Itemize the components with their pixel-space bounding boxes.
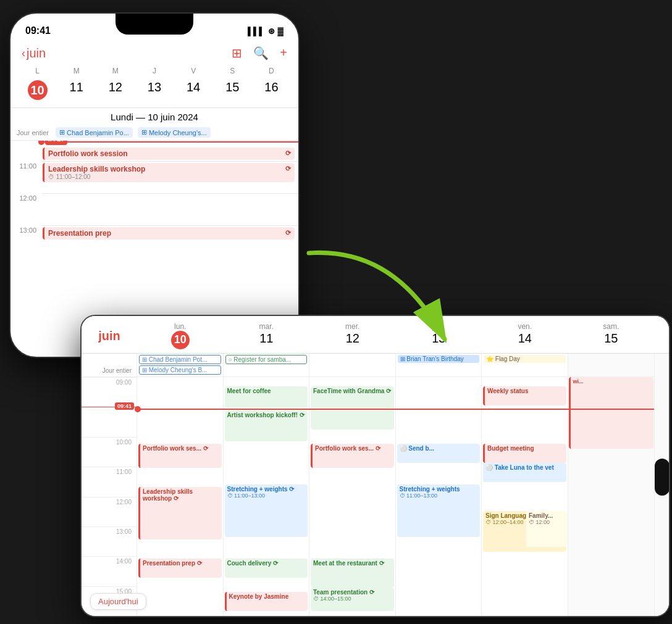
time-row-1100: 11:00 Leadership skills workshop ⟳ ⏱ 11:…	[10, 161, 298, 193]
weekday-v: V	[174, 65, 213, 77]
event-title-teampres: Team presentation ⟳	[313, 589, 374, 596]
event-portfolio-wed[interactable]: Portfolio work ses... ⟳	[311, 444, 394, 468]
event-keynote-tue[interactable]: Keynote by Jasmine	[225, 592, 308, 611]
time-row-1200: 12:00	[10, 193, 298, 225]
all-day-chad[interactable]: ⊞ Chad Benjamin Pot...	[139, 355, 221, 364]
event-artistwkshp-tue[interactable]: Artist workshop kickoff! ⟳	[225, 410, 308, 441]
date-14[interactable]: 14	[174, 79, 213, 101]
tablet-col-sam15: wi...	[568, 354, 655, 616]
aujourdhui-label: Aujourd'hui	[98, 597, 138, 606]
week-days-row: L M M J V S D	[10, 65, 298, 77]
event-title-stretching-thu: Stretching + weights	[400, 486, 460, 493]
tablet-col-header-lun10[interactable]: lun. 10	[137, 322, 224, 349]
event-title-budget: Budget meeting	[487, 445, 534, 452]
event-weeklystatus-fri[interactable]: Weekly status	[483, 386, 566, 406]
time-label-1100: 11:00	[10, 161, 41, 170]
event-portfolio-mon[interactable]: Portfolio work ses... ⟳	[138, 444, 222, 468]
date-15[interactable]: 15	[213, 79, 252, 101]
event-budget-fri[interactable]: Budget meeting	[483, 444, 566, 463]
event-family-fri[interactable]: Family... ⏱ 12:00	[526, 511, 566, 547]
weekday-m1: M	[57, 65, 96, 77]
event-title-presentation: Presentation prep ⟳	[48, 229, 291, 238]
weekday-s: S	[213, 65, 252, 77]
time-slot-0941: 09:41	[82, 407, 136, 436]
events-mar11: Meet for coffee Artist workshop kickoff!…	[224, 377, 309, 616]
all-day-label: Jour entier	[17, 129, 51, 136]
time-line-1100: Leadership skills workshop ⟳ ⏱ 11:00–12:…	[41, 161, 298, 183]
event-coffee-tue[interactable]: Meet for coffee	[225, 386, 308, 408]
event-title-coffee-tue: Meet for coffee	[227, 388, 271, 394]
date-12[interactable]: 12	[96, 79, 135, 101]
tablet-current-time-line	[137, 409, 654, 410]
tablet-col-header-sam15[interactable]: sam. 15	[568, 322, 655, 349]
event-presprepu-mon[interactable]: Presentation prep ⟳	[138, 559, 222, 578]
event-send-thu[interactable]: ⚪ Send b...	[397, 444, 481, 463]
grid-icon[interactable]: ⊞	[232, 46, 242, 60]
event-teampres-wed[interactable]: Team presentation ⟳ ⏱ 14:00–15:00	[311, 588, 394, 612]
time-line-1300: Presentation prep ⟳	[41, 225, 298, 241]
date-10[interactable]: 10	[18, 79, 57, 101]
calendar-icon-2: ⊞	[141, 128, 147, 136]
all-day-event-1[interactable]: ⊞ Chad Benjamin Po...	[56, 127, 133, 138]
event-portfolio[interactable]: Portfolio work session ⟳	[43, 148, 295, 160]
day-abbr-lun: lun.	[174, 322, 186, 331]
partial-col	[654, 354, 669, 616]
event-partial-text-1: wi...	[573, 378, 584, 385]
day-num-10: 10	[171, 331, 190, 349]
tablet-col-mar11: ○ Register for samba... Meet for coffee …	[224, 354, 310, 616]
aujourdhui-button[interactable]: Aujourd'hui	[90, 593, 146, 610]
day-num-15: 15	[604, 331, 618, 346]
event-time-stretching-thu: ⏱ 11:00–13:00	[400, 493, 478, 499]
time-slot-1100: 11:00	[82, 467, 136, 496]
weekday-j: J	[135, 65, 174, 77]
all-day-lun10: ⊞ Chad Benjamin Pot... ⊞ Melody Cheung's…	[137, 354, 223, 377]
date-13[interactable]: 13	[135, 79, 174, 101]
event-presentation[interactable]: Presentation prep ⟳	[43, 227, 295, 239]
all-day-flagday[interactable]: ⭐ Flag Day	[484, 355, 566, 363]
event-leadership-mon[interactable]: Leadership skills workshop ⟳	[138, 487, 222, 539]
event-partial-1[interactable]: wi...	[569, 377, 654, 449]
tablet-col-header-ven14[interactable]: ven. 14	[482, 322, 568, 349]
calendar-icon-1: ⊞	[59, 128, 65, 136]
time-label-1300: 13:00	[10, 225, 41, 234]
tablet-inner: juin lun. 10 mar. 11 mer. 12 jeu. 13	[82, 316, 669, 616]
wifi-icon: ⊛	[268, 27, 275, 36]
time-slot-1000: 10:00	[82, 437, 136, 467]
time-label-current	[10, 141, 41, 142]
tablet-all-day-label: Jour entier	[82, 354, 136, 377]
time-label-1200: 12:00	[10, 193, 41, 202]
all-day-melody[interactable]: ⊞ Melody Cheung's B...	[139, 365, 221, 375]
tablet-col-mer12: FaceTime with Grandma ⟳ Portfolio work s…	[309, 354, 396, 616]
event-time-teampres: ⏱ 14:00–15:00	[313, 596, 392, 602]
day-label: Lundi — 10 juin 2024	[10, 107, 298, 125]
event-vet-fri[interactable]: ⚪ Take Luna to the vet	[483, 463, 566, 482]
arrow-container	[272, 235, 469, 358]
weekday-l: L	[18, 65, 57, 77]
all-day-event-2[interactable]: ⊞ Melody Cheung's...	[138, 127, 211, 138]
plus-icon[interactable]: +	[280, 46, 287, 60]
event-couch-tue[interactable]: Couch delivery ⟳	[225, 559, 308, 578]
date-11[interactable]: 11	[57, 79, 96, 101]
search-icon[interactable]: 🔍	[253, 46, 269, 60]
event-time-leadership: ⏱ 11:00–12:00	[48, 173, 291, 180]
event-stretching-thu[interactable]: Stretching + weights ⏱ 11:00–13:00	[397, 485, 481, 537]
scroll-indicator	[655, 459, 669, 496]
tablet-time-col: Jour entier 09:00 09:41 10:00 11:00 12:0…	[82, 354, 137, 616]
back-button[interactable]: ‹ juin	[22, 46, 46, 60]
event-title-leadership: Leadership skills workshop ⟳	[48, 165, 291, 173]
weekday-d: D	[252, 65, 291, 77]
event-leadership[interactable]: Leadership skills workshop ⟳ ⏱ 11:00–12:…	[43, 163, 295, 182]
event-time-family: ⏱ 12:00	[529, 519, 564, 525]
event-title-vet: Take Luna to the vet	[495, 464, 554, 471]
event-title-artistwkshp: Artist workshop kickoff! ⟳	[227, 412, 304, 418]
event-title-facetime: FaceTime with Grandma ⟳	[313, 388, 391, 394]
time-slot-1400: 14:00	[82, 556, 136, 586]
event-title-portfolio-wed: Portfolio work ses... ⟳	[315, 445, 380, 452]
current-time-indicator	[41, 141, 298, 143]
all-day-ven14: ⭐ Flag Day	[482, 354, 568, 377]
time-row-current: 09:41 Portfolio work session ⟳	[10, 141, 298, 161]
event-stretching-tue[interactable]: Stretching + weights ⟳ ⏱ 11:00–13:00	[225, 485, 308, 537]
event-restaurant-wed[interactable]: Meet at the restaurant ⟳	[311, 559, 394, 587]
event-title-restaurant: Meet at the restaurant ⟳	[313, 560, 384, 567]
date-16[interactable]: 16	[252, 79, 291, 101]
